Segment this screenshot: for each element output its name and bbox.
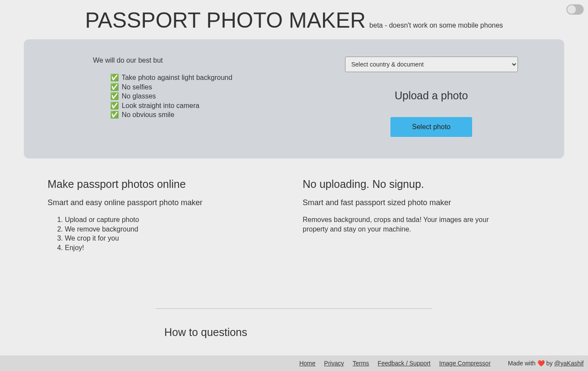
upload-column: Select country & document Upload a photo… [324, 57, 538, 137]
country-select-wrap: Select country & document [345, 57, 518, 72]
footer: Home Privacy Terms Feedback / Support Im… [0, 355, 588, 371]
footer-link-home[interactable]: Home [299, 360, 315, 367]
tip-item: ✅ No obvious smile [110, 110, 307, 120]
check-icon: ✅ [110, 74, 119, 81]
check-icon: ✅ [110, 83, 119, 91]
theme-toggle[interactable] [566, 4, 584, 15]
footer-link-terms[interactable]: Terms [352, 360, 369, 367]
footer-author-link[interactable]: @yaKashif [554, 360, 584, 367]
footer-link-feedback[interactable]: Feedback / Support [378, 360, 431, 367]
steps-list: Upload or capture photo We remove backgr… [48, 215, 285, 252]
tips-list: ✅ Take photo against light background ✅ … [93, 73, 307, 120]
check-icon: ✅ [110, 111, 119, 118]
check-icon: ✅ [110, 102, 119, 109]
tip-text: No obvious smile [121, 111, 174, 118]
info-left-column: Make passport photos online Smart and ea… [48, 178, 285, 252]
tip-item: ✅ No glasses [110, 92, 307, 101]
footer-link-privacy[interactable]: Privacy [324, 360, 344, 367]
footer-made-by: Made with ❤️ by @yaKashif [508, 360, 584, 367]
info-right-column: No uploading. No signup. Smart and fast … [303, 178, 540, 252]
main-card: We will do our best but ✅ Take photo aga… [24, 39, 564, 159]
country-document-select[interactable]: Select country & document [345, 57, 518, 72]
toggle-knob [567, 5, 576, 14]
step-item: We crop it for you [65, 234, 285, 243]
tip-item: ✅ Take photo against light background [110, 73, 307, 82]
step-item: We remove background [65, 225, 285, 234]
page-header: PASSPORT PHOTO MAKER beta - doesn't work… [0, 0, 588, 39]
tip-text: Take photo against light background [121, 74, 232, 81]
made-prefix: Made with ❤️ by [508, 360, 554, 367]
check-icon: ✅ [110, 92, 119, 100]
info-paragraph: Removes background, crops and tada! Your… [303, 215, 514, 234]
upload-heading: Upload a photo [395, 89, 468, 102]
tip-item: ✅ No selfies [110, 82, 307, 92]
intro-text: We will do our best but [93, 57, 307, 64]
info-section: Make passport photos online Smart and ea… [0, 159, 588, 252]
page-subtitle: beta - doesn't work on some mobile phone… [369, 22, 503, 29]
divider [156, 308, 432, 309]
tip-text: No selfies [121, 83, 152, 91]
info-subheading: Smart and fast passport sized photo make… [303, 198, 540, 207]
page-title: PASSPORT PHOTO MAKER [85, 8, 366, 32]
info-subheading: Smart and easy online passport photo mak… [48, 198, 285, 207]
step-item: Enjoy! [65, 243, 285, 253]
info-heading: Make passport photos online [48, 178, 285, 190]
tip-text: No glasses [121, 92, 156, 100]
tips-column: We will do our best but ✅ Take photo aga… [50, 57, 307, 137]
howto-heading: How to questions [164, 326, 588, 339]
footer-link-compressor[interactable]: Image Compressor [439, 360, 491, 367]
info-heading: No uploading. No signup. [303, 178, 540, 190]
tip-item: ✅ Look straight into camera [110, 101, 307, 111]
tip-text: Look straight into camera [121, 102, 199, 109]
select-photo-button[interactable]: Select photo [390, 117, 472, 137]
step-item: Upload or capture photo [65, 215, 285, 225]
